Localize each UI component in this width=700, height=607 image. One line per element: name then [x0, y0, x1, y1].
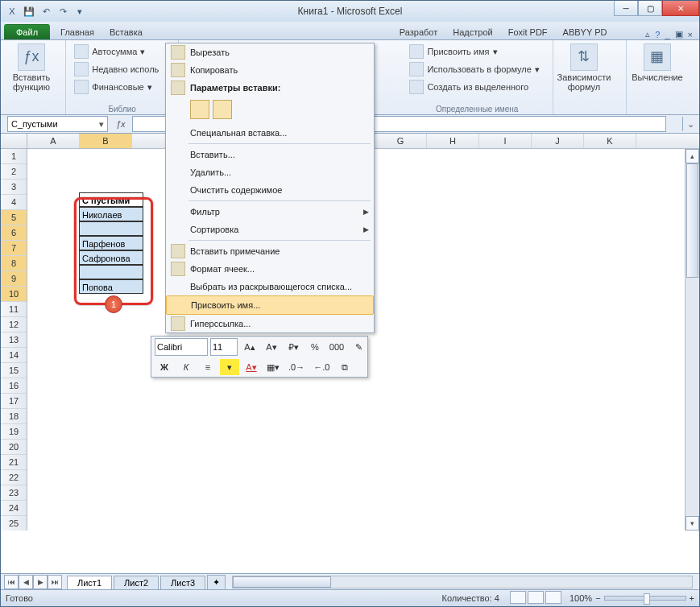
row-15[interactable]: 15: [1, 363, 27, 378]
insert-function-button[interactable]: ƒx Вставить функцию: [6, 42, 57, 93]
row-4[interactable]: 4: [1, 195, 27, 210]
col-J[interactable]: J: [532, 134, 584, 148]
decrease-decimal-button[interactable]: ←.0: [310, 359, 333, 375]
formula-deps-button[interactable]: ⇅ Зависимости формул: [558, 42, 610, 93]
zoom-handle[interactable]: [644, 593, 650, 605]
paste-option-2[interactable]: [213, 100, 232, 119]
row-12[interactable]: 12: [1, 317, 27, 332]
ctx-sort[interactable]: Сортировка▶: [166, 221, 374, 238]
row-20[interactable]: 20: [1, 440, 27, 455]
increase-decimal-button[interactable]: .0→: [285, 359, 308, 375]
finance-fn-button[interactable]: Финансовые ▾: [71, 79, 173, 95]
cell-B8[interactable]: Сафронова: [79, 250, 143, 265]
paste-option-1[interactable]: [190, 100, 209, 119]
sheet-tab-3[interactable]: Лист3: [160, 576, 205, 589]
select-all-corner[interactable]: [1, 134, 27, 148]
cell-B6[interactable]: [79, 221, 143, 236]
row-9[interactable]: 9: [1, 271, 27, 287]
row-21[interactable]: 21: [1, 455, 27, 470]
page-break-button[interactable]: [545, 591, 561, 604]
row-17[interactable]: 17: [1, 394, 27, 409]
autosum-button[interactable]: Автосумма ▾: [71, 43, 173, 60]
italic-button[interactable]: К: [176, 359, 196, 375]
sheet-tab-1[interactable]: Лист1: [67, 576, 112, 589]
first-sheet-icon[interactable]: ⏮: [4, 575, 19, 589]
ctx-define-name[interactable]: Присвоить имя...: [166, 295, 374, 315]
cell-B4[interactable]: С пустыми: [79, 192, 143, 207]
ctx-hyperlink[interactable]: Гиперссылка...: [166, 315, 374, 332]
normal-view-button[interactable]: [510, 591, 526, 604]
hscroll-thumb[interactable]: [233, 576, 331, 588]
new-sheet-button[interactable]: ✦: [207, 575, 226, 589]
col-B[interactable]: B: [80, 134, 132, 148]
doc-close-icon[interactable]: ×: [688, 30, 693, 39]
size-combo[interactable]: [210, 338, 238, 356]
prev-sheet-icon[interactable]: ◀: [19, 575, 33, 589]
row-1[interactable]: 1: [1, 149, 27, 164]
row-19[interactable]: 19: [1, 424, 27, 440]
bold-button[interactable]: Ж: [155, 359, 174, 375]
row-25[interactable]: 25: [1, 516, 27, 531]
ctx-format-cells[interactable]: Формат ячеек...: [166, 260, 374, 278]
tab-home[interactable]: Главная: [53, 24, 101, 39]
ctx-dropdown-list[interactable]: Выбрать из раскрывающегося списка...: [166, 278, 374, 295]
help-icon[interactable]: ?: [655, 30, 660, 39]
accounting-format-button[interactable]: ₽▾: [284, 339, 303, 355]
fill-color-button[interactable]: ▾: [220, 359, 239, 375]
use-in-formula-button[interactable]: Использовать в формуле ▾: [406, 61, 548, 77]
ctx-delete[interactable]: Удалить...: [166, 163, 374, 181]
row-5[interactable]: 5: [1, 210, 27, 225]
row-13[interactable]: 13: [1, 332, 27, 348]
ctx-insert[interactable]: Вставить...: [166, 146, 374, 163]
close-button[interactable]: ✕: [662, 1, 699, 16]
row-10[interactable]: 10: [1, 287, 27, 302]
col-G[interactable]: G: [375, 134, 427, 148]
comma-style-button[interactable]: 000: [327, 339, 346, 355]
center-button[interactable]: ≡: [198, 359, 217, 375]
ctx-clear[interactable]: Очистить содержимое: [166, 181, 374, 199]
row-2[interactable]: 2: [1, 164, 27, 180]
fx-button[interactable]: ƒx: [110, 119, 132, 129]
zoom-in-button[interactable]: +: [690, 593, 694, 603]
tab-file[interactable]: Файл: [4, 24, 50, 39]
row-11[interactable]: 11: [1, 302, 27, 317]
cell-B5[interactable]: Николаев: [79, 207, 143, 221]
font-combo[interactable]: [155, 338, 208, 356]
page-layout-button[interactable]: [528, 591, 544, 604]
vertical-scrollbar[interactable]: ▴ ▾: [685, 149, 699, 531]
row-18[interactable]: 18: [1, 409, 27, 424]
tab-insert[interactable]: Вставка: [102, 24, 150, 39]
col-A[interactable]: A: [27, 134, 80, 148]
col-I[interactable]: I: [479, 134, 532, 148]
tab-abbyy[interactable]: ABBYY PD: [556, 24, 615, 39]
row-23[interactable]: 23: [1, 485, 27, 501]
row-16[interactable]: 16: [1, 378, 27, 394]
ctx-comment[interactable]: Вставить примечание: [166, 242, 374, 260]
next-sheet-icon[interactable]: ▶: [33, 575, 48, 589]
redo-icon[interactable]: ↷: [56, 5, 69, 18]
doc-minimize-icon[interactable]: _: [665, 30, 669, 39]
sheet-tab-2[interactable]: Лист2: [114, 576, 159, 589]
percent-button[interactable]: %: [305, 339, 325, 355]
cell-B7[interactable]: Парфенов: [79, 236, 143, 250]
borders-button[interactable]: ▦▾: [263, 359, 283, 375]
expand-formula-icon[interactable]: ⌄: [682, 117, 698, 131]
tab-addins[interactable]: Надстрой: [445, 24, 499, 39]
recent-fn-button[interactable]: Недавно исполь: [71, 61, 173, 77]
col-H[interactable]: H: [427, 134, 479, 148]
merge-button[interactable]: ⧉: [335, 359, 354, 375]
create-from-selection-button[interactable]: Создать из выделенного: [406, 79, 548, 95]
ctx-paste-special[interactable]: Специальная вставка...: [166, 124, 374, 142]
row-22[interactable]: 22: [1, 470, 27, 485]
zoom-out-button[interactable]: −: [595, 593, 600, 603]
cell-B9[interactable]: [79, 265, 143, 279]
row-8[interactable]: 8: [1, 256, 27, 271]
font-color-button[interactable]: A▾: [242, 359, 261, 375]
row-24[interactable]: 24: [1, 501, 27, 516]
row-7[interactable]: 7: [1, 241, 27, 256]
row-14[interactable]: 14: [1, 348, 27, 363]
horizontal-scrollbar[interactable]: [232, 576, 693, 588]
shrink-font-button[interactable]: A▾: [262, 339, 281, 355]
row-3[interactable]: 3: [1, 180, 27, 195]
ctx-filter[interactable]: Фильтр▶: [166, 203, 374, 221]
